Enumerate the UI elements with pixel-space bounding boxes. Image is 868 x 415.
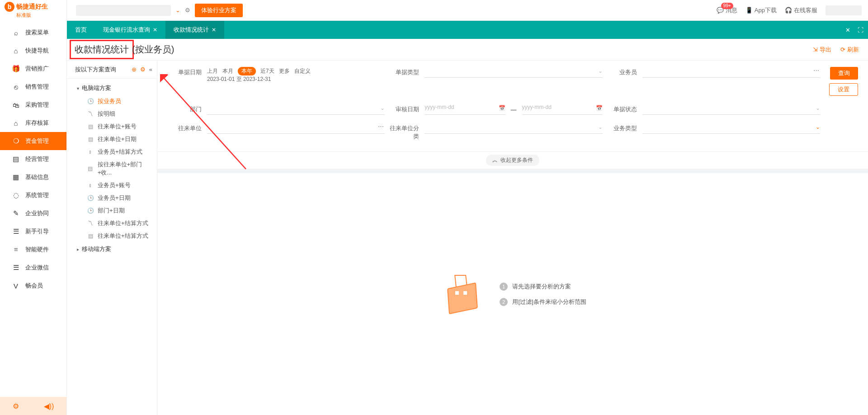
scheme-panel: 按以下方案查询 ⊕ ⚙ « ▾ 电脑端方案 🕒按业务员〽按明细▤往来单位+账号▤… [67,61,157,415]
caret-down-icon: ▾ [77,86,79,91]
select-partner-cat[interactable]: ⌄ [425,123,602,134]
fullscreen-icon[interactable]: ⛶ [858,27,863,33]
sidebar-item-6[interactable]: ❍资金管理 [0,132,66,150]
caret-right-icon: ▸ [77,247,79,252]
date-quick-0[interactable]: 上月 [207,67,218,75]
select-dept[interactable]: ⌄ [207,104,385,115]
more-icon: ⋯ [813,67,820,74]
sidebar-item-12[interactable]: ⌗智能硬件 [0,241,66,259]
page-title: 收款情况统计 [75,44,129,54]
scheme-add-icon[interactable]: ⊕ [132,66,137,73]
sidebar-item-4[interactable]: 🛍采购管理 [0,96,66,114]
nav-icon: ⌗ [12,245,20,254]
topbar-message[interactable]: 💬 消息 99+ [717,6,737,14]
nav-label: 基础信息 [25,173,49,181]
select-doc-type[interactable]: ⌄ [425,67,602,78]
tab-close-icon[interactable]: ✕ [212,27,216,33]
date-placeholder: yyyy-mm-dd [425,104,454,110]
date-quick-1[interactable]: 本月 [222,67,233,75]
collapse-more-button[interactable]: ︽ 收起更多条件 [486,155,539,166]
select-doc-status[interactable]: ⌄ [642,104,820,115]
query-button[interactable]: 查询 [830,67,858,80]
tab-0[interactable]: 首页 [67,21,95,39]
tab-close-icon[interactable]: ✕ [153,27,157,33]
audit-date-from[interactable]: yyyy-mm-dd📅 [425,104,505,115]
scheme-item-3[interactable]: ▤往来单位+日期 [69,133,155,146]
filter-area: 单据日期 上月本月本年近7天更多自定义 2023-01-01 至 2023-12… [157,61,868,151]
org-settings-icon[interactable]: ⚙ [185,7,190,14]
scheme-item-9[interactable]: 〽往来单位+结算方式 [69,217,155,230]
scheme-item-6[interactable]: ⫾业务员+账号 [69,179,155,192]
nav-label: 智能硬件 [25,245,49,254]
scheme-item-10[interactable]: ▤往来单位+结算方式 [69,230,155,242]
refresh-button[interactable]: ⟳刷新 [840,46,859,54]
topbar-download-label: App下载 [755,6,777,14]
scheme-item-8[interactable]: 🕒部门+日期 [69,204,155,217]
sidebar-item-14[interactable]: V畅会员 [0,277,66,295]
scheme-item-7[interactable]: 🕒业务员+日期 [69,192,155,204]
tab-1[interactable]: 现金银行流水查询✕ [95,21,165,39]
settings-button[interactable]: 设置 [829,83,858,96]
audit-date-to[interactable]: yyyy-mm-dd📅 [522,104,603,115]
nav-label: 采购管理 [25,101,49,109]
export-button[interactable]: ⇲导出 [813,46,831,54]
scheme-item-0[interactable]: 🕒按业务员 [69,95,155,108]
experience-button[interactable]: 体验行业方案 [195,4,243,17]
date-quick-4[interactable]: 更多 [279,67,290,75]
sidebar-item-7[interactable]: ▤经营管理 [0,150,66,168]
org-selector-placeholder[interactable] [76,5,171,16]
scheme-collapse-icon[interactable]: « [149,66,152,73]
settings-icon[interactable]: ⚙ [13,402,19,410]
date-quick-5[interactable]: 自定义 [294,67,311,75]
brand-logo-icon: b [5,2,14,12]
scheme-group-mobile-label: 移动端方案 [82,245,111,253]
topbar-service[interactable]: 🎧 在线客服 [785,6,817,14]
nav-icon: ⌂ [12,47,20,55]
scheme-item-icon: ▤ [87,136,94,142]
chevron-down-icon: ⌄ [598,124,603,130]
page-body: 按以下方案查询 ⊕ ⚙ « ▾ 电脑端方案 🕒按业务员〽按明细▤往来单位+账号▤… [67,61,868,415]
scheme-header: 按以下方案查询 ⊕ ⚙ « [67,61,157,79]
sidebar-item-9[interactable]: ◌系统管理 [0,186,66,204]
topbar-download[interactable]: 📱 App下载 [745,6,777,14]
date-quick-3[interactable]: 近7天 [260,67,274,75]
chevron-down-icon: ⌄ [816,124,820,130]
nav-label: 库存核算 [25,119,49,127]
scheme-item-1[interactable]: 〽按明细 [69,108,155,120]
date-quick-2[interactable]: 本年 [238,67,256,75]
headset-icon: 🎧 [785,7,792,14]
phone-icon: 📱 [745,7,753,14]
sidebar-item-10[interactable]: ✎企业协同 [0,204,66,222]
select-salesman[interactable]: ⋯ [642,67,820,78]
sidebar-item-0[interactable]: ⌕搜索菜单 [0,24,66,42]
refresh-label: 刷新 [847,46,859,54]
sidebar-item-11[interactable]: ☰新手引导 [0,222,66,241]
sidebar-item-3[interactable]: ⎋销售管理 [0,78,66,96]
sidebar-item-1[interactable]: ⌂快捷导航 [0,42,66,60]
select-biz-type[interactable]: ⌄ [642,123,820,134]
tab-2[interactable]: 收款情况统计✕ [165,21,224,39]
scheme-item-5[interactable]: ▤按往来单位+部门+收... [69,158,155,179]
scheme-item-icon: 🕒 [87,98,94,104]
chevron-up-icon: ︽ [492,156,498,164]
sidebar-item-2[interactable]: 🎁营销推广 [0,60,66,78]
sidebar-item-13[interactable]: ☰企业微信 [0,259,66,277]
sound-icon[interactable]: ◀)) [44,402,54,410]
nav-icon: ▤ [12,155,20,163]
scheme-item-4[interactable]: ⫾业务员+结算方式 [69,146,155,158]
scheme-item-label: 业务员+账号 [98,181,131,189]
scheme-settings-icon[interactable]: ⚙ [140,66,146,73]
scheme-item-2[interactable]: ▤往来单位+账号 [69,120,155,133]
scheme-group-mobile[interactable]: ▸ 移动端方案 [69,242,155,256]
calendar-icon: 📅 [596,105,603,111]
user-avatar-placeholder[interactable] [826,5,862,15]
select-partner[interactable]: ⋯ [207,123,385,134]
nav-label: 企业微信 [25,264,49,272]
scheme-group-desktop[interactable]: ▾ 电脑端方案 [69,81,155,95]
scheme-item-label: 往来单位+结算方式 [98,219,148,227]
sidebar-item-8[interactable]: ▦基础信息 [0,168,66,186]
org-dropdown-icon[interactable]: ⌄ [175,7,180,14]
tab-close-all-icon[interactable]: ✕ [845,27,850,33]
nav-label: 企业协同 [25,209,49,217]
sidebar-item-5[interactable]: ⌂库存核算 [0,114,66,132]
